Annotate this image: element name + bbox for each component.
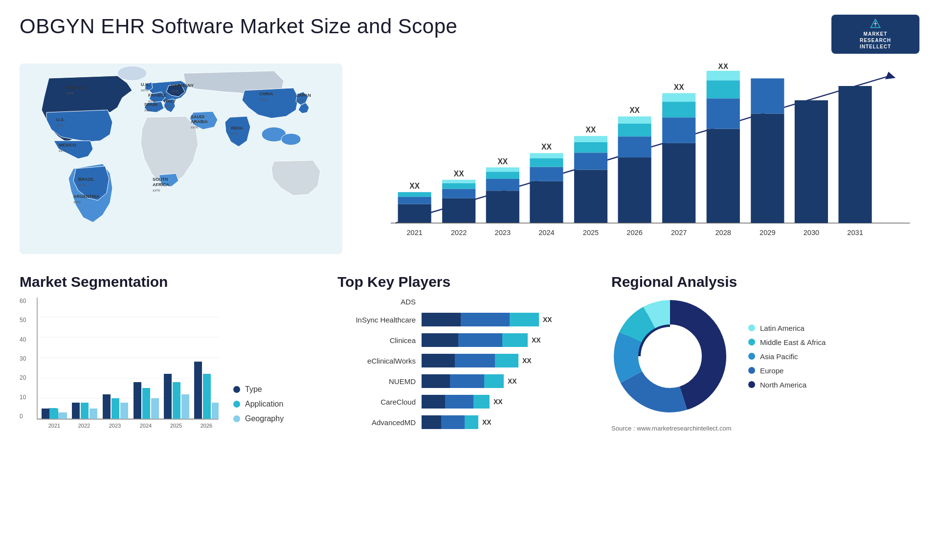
- svg-rect-103: [164, 374, 172, 419]
- segmentation-title: Market Segmentation: [20, 274, 323, 290]
- player-name-ads: ADS: [337, 298, 416, 306]
- seg-chart-svg: 2021 2022 2023: [38, 297, 219, 441]
- svg-text:AFRICA: AFRICA: [153, 182, 169, 187]
- logo: MARKETRESEARCHINTELLECT: [831, 15, 919, 54]
- southafrica-label: SOUTH: [153, 177, 168, 182]
- france-label: FRANCE: [148, 93, 167, 98]
- application-label: Application: [245, 400, 283, 409]
- svg-text:2021: 2021: [48, 423, 60, 429]
- y-label-50: 50: [20, 317, 26, 323]
- svg-rect-49: [574, 170, 607, 223]
- svg-text:2024: 2024: [538, 229, 554, 237]
- geography-label: Geography: [245, 414, 284, 423]
- svg-text:XX: XX: [718, 64, 728, 70]
- clinicea-seg1: [422, 333, 458, 347]
- type-label: Type: [245, 385, 262, 394]
- svg-point-6: [281, 133, 301, 145]
- player-row-ads: ADS: [337, 298, 597, 306]
- geography-dot: [233, 415, 240, 422]
- japan-label: JAPAN: [296, 93, 311, 98]
- svg-rect-32: [442, 189, 475, 198]
- carecloud-xx: XX: [493, 398, 503, 406]
- svg-rect-46: [530, 153, 563, 158]
- page-title: OBGYN EHR Software Market Size and Scope: [20, 15, 457, 38]
- svg-rect-28: [398, 192, 431, 197]
- svg-text:2028: 2028: [715, 229, 731, 237]
- world-map-section: CANADA xx% U.S. xx% MEXICO xx% BRAZIL xx…: [20, 59, 352, 269]
- svg-text:2026: 2026: [626, 229, 642, 237]
- india-label: INDIA: [231, 126, 243, 130]
- mea-label: Middle East & Africa: [760, 338, 826, 346]
- mea-dot: [748, 339, 755, 345]
- svg-rect-69: [707, 80, 740, 98]
- source-text: Source : www.marketresearchintellect.com: [611, 425, 919, 432]
- svg-rect-51: [574, 142, 607, 152]
- carecloud-seg2: [445, 395, 473, 409]
- svg-rect-31: [442, 198, 475, 223]
- svg-rect-79: [838, 86, 872, 223]
- clinicea-bar-container: XX: [422, 333, 541, 347]
- svg-text:xx%: xx%: [171, 89, 179, 93]
- carecloud-seg1: [422, 395, 445, 409]
- na-label: North America: [760, 381, 806, 389]
- player-row-eclinical: eClinicalWorks XX: [337, 354, 597, 367]
- svg-rect-108: [203, 374, 211, 419]
- donut-chart: [611, 298, 729, 415]
- svg-rect-107: [194, 362, 202, 419]
- clinicea-seg3: [502, 333, 528, 347]
- svg-rect-87: [42, 409, 49, 419]
- player-row-carecloud: CareCloud XX: [337, 395, 597, 409]
- player-name-advancedmd: AdvancedMD: [337, 418, 416, 427]
- advancedmd-seg2: [441, 415, 465, 429]
- svg-rect-38: [486, 179, 519, 191]
- svg-rect-89: [59, 412, 67, 419]
- mexico-label: MEXICO: [59, 143, 76, 148]
- legend-application: Application: [233, 400, 284, 409]
- svg-rect-91: [72, 403, 80, 419]
- svg-text:XX: XX: [541, 143, 552, 151]
- svg-text:XX: XX: [674, 83, 684, 91]
- saudi-label: SAUDI: [191, 114, 204, 119]
- eclinical-seg1: [422, 354, 455, 367]
- regional-content: Latin America Middle East & Africa Asia …: [611, 298, 919, 415]
- svg-rect-58: [618, 116, 651, 124]
- uk-label: U.K.: [141, 82, 150, 87]
- regional-legend: Latin America Middle East & Africa Asia …: [748, 324, 826, 389]
- players-title: Top Key Players: [337, 274, 597, 290]
- svg-text:2021: 2021: [406, 229, 422, 237]
- svg-rect-67: [707, 129, 740, 223]
- segmentation-section: Market Segmentation 60 50 40 30 20 10 0: [20, 274, 323, 445]
- application-dot: [233, 401, 240, 408]
- svg-rect-92: [81, 403, 89, 419]
- svg-point-116: [641, 327, 699, 386]
- player-row-advancedmd: AdvancedMD XX: [337, 415, 597, 429]
- y-label-0: 0: [20, 413, 26, 420]
- svg-text:xx%: xx%: [59, 149, 66, 153]
- logo-text: MARKETRESEARCHINTELLECT: [860, 31, 891, 50]
- advancedmd-seg3: [465, 415, 478, 429]
- logo-icon: [867, 19, 884, 29]
- svg-text:xx%: xx%: [191, 125, 198, 129]
- svg-text:2031: 2031: [847, 229, 863, 237]
- svg-rect-52: [574, 136, 607, 142]
- svg-rect-62: [662, 117, 695, 143]
- svg-text:XX: XX: [497, 157, 508, 166]
- europe-dot: [748, 367, 755, 374]
- reg-legend-europe: Europe: [748, 366, 826, 375]
- svg-rect-95: [103, 394, 111, 419]
- svg-rect-63: [662, 102, 695, 117]
- insync-seg2: [461, 313, 510, 326]
- nuemd-xx: XX: [508, 377, 517, 385]
- clinicea-seg2: [458, 333, 502, 347]
- insync-seg1: [422, 313, 461, 326]
- nuemd-bar-container: XX: [422, 374, 517, 388]
- svg-rect-93: [89, 409, 97, 419]
- svg-text:XX: XX: [454, 170, 464, 178]
- latin-label: Latin America: [760, 324, 805, 332]
- player-row-insync: InSync Healthcare XX: [337, 313, 597, 326]
- svg-text:xx%: xx%: [259, 97, 267, 102]
- reg-legend-mea: Middle East & Africa: [748, 338, 826, 346]
- eclinical-bar: [422, 354, 518, 367]
- svg-text:2030: 2030: [804, 229, 819, 237]
- svg-text:xx%: xx%: [78, 183, 86, 187]
